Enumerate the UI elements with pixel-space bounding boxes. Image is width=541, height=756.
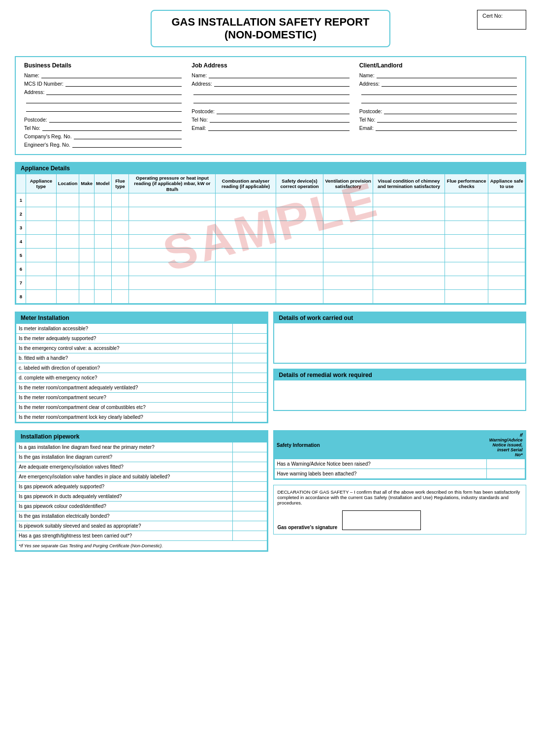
appliance-cell[interactable]	[373, 221, 445, 235]
appliance-cell[interactable]	[26, 290, 57, 304]
appliance-cell[interactable]	[488, 207, 525, 221]
appliance-cell[interactable]	[95, 262, 111, 276]
appliance-cell[interactable]	[56, 290, 79, 304]
table-row[interactable]: 4	[16, 235, 525, 249]
safety-answer[interactable]	[487, 469, 525, 479]
appliance-cell[interactable]	[79, 249, 95, 262]
appliance-cell[interactable]	[26, 221, 57, 235]
appliance-cell[interactable]	[445, 276, 488, 290]
appliance-cell[interactable]	[216, 290, 276, 304]
appliance-cell[interactable]	[373, 235, 445, 249]
table-row[interactable]: 5	[16, 249, 525, 262]
appliance-cell[interactable]	[216, 193, 276, 207]
appliance-cell[interactable]	[323, 193, 373, 207]
appliance-cell[interactable]	[56, 207, 79, 221]
appliance-cell[interactable]	[323, 262, 373, 276]
job-postcode-input[interactable]	[217, 107, 350, 114]
table-row[interactable]: 3	[16, 221, 525, 235]
appliance-cell[interactable]	[373, 193, 445, 207]
appliance-cell[interactable]	[79, 262, 95, 276]
job-email-input[interactable]	[208, 124, 350, 131]
appliance-cell[interactable]	[26, 262, 57, 276]
appliance-cell[interactable]	[276, 262, 323, 276]
appliance-cell[interactable]	[445, 207, 488, 221]
business-address-input[interactable]	[46, 88, 182, 95]
appliance-cell[interactable]	[373, 207, 445, 221]
job-address3-input[interactable]	[193, 96, 349, 103]
appliance-cell[interactable]	[276, 235, 323, 249]
appliance-cell[interactable]	[111, 235, 129, 249]
appliance-cell[interactable]	[445, 235, 488, 249]
appliance-cell[interactable]	[95, 276, 111, 290]
appliance-cell[interactable]	[488, 221, 525, 235]
appliance-cell[interactable]	[216, 262, 276, 276]
table-row[interactable]: 6	[16, 262, 525, 276]
appliance-cell[interactable]	[26, 276, 57, 290]
appliance-cell[interactable]	[488, 290, 525, 304]
appliance-cell[interactable]	[129, 249, 216, 262]
engineer-reg-input[interactable]	[72, 141, 182, 148]
table-row[interactable]: 7	[16, 276, 525, 290]
appliance-cell[interactable]	[56, 276, 79, 290]
appliance-cell[interactable]	[79, 235, 95, 249]
job-address2-input[interactable]	[193, 88, 349, 95]
appliance-cell[interactable]	[276, 290, 323, 304]
appliance-cell[interactable]	[129, 290, 216, 304]
appliance-cell[interactable]	[488, 262, 525, 276]
table-row[interactable]: 1	[16, 193, 525, 207]
appliance-cell[interactable]	[111, 193, 129, 207]
appliance-cell[interactable]	[129, 262, 216, 276]
meter-answer[interactable]	[232, 393, 267, 403]
appliance-cell[interactable]	[26, 249, 57, 262]
pipework-answer[interactable]	[232, 492, 267, 502]
appliance-cell[interactable]	[79, 290, 95, 304]
remedial-content[interactable]	[274, 380, 526, 410]
client-address3-input[interactable]	[361, 96, 517, 103]
appliance-cell[interactable]	[276, 276, 323, 290]
appliance-cell[interactable]	[56, 221, 79, 235]
company-reg-input[interactable]	[74, 132, 182, 139]
appliance-cell[interactable]	[111, 221, 129, 235]
appliance-cell[interactable]	[79, 193, 95, 207]
appliance-cell[interactable]	[111, 207, 129, 221]
appliance-cell[interactable]	[129, 235, 216, 249]
client-email-input[interactable]	[376, 124, 517, 131]
meter-answer[interactable]	[232, 403, 267, 412]
client-tel-input[interactable]	[377, 116, 517, 123]
meter-answer[interactable]	[232, 324, 267, 334]
meter-answer[interactable]	[232, 334, 267, 344]
appliance-cell[interactable]	[276, 249, 323, 262]
appliance-cell[interactable]	[323, 276, 373, 290]
appliance-cell[interactable]	[276, 193, 323, 207]
appliance-cell[interactable]	[373, 262, 445, 276]
meter-answer[interactable]	[232, 344, 267, 353]
appliance-cell[interactable]	[95, 207, 111, 221]
business-postcode-input[interactable]	[49, 116, 182, 123]
mcs-id-input[interactable]	[65, 80, 182, 87]
business-address3-input[interactable]	[26, 105, 182, 112]
appliance-cell[interactable]	[445, 193, 488, 207]
appliance-cell[interactable]	[129, 276, 216, 290]
appliance-cell[interactable]	[129, 193, 216, 207]
appliance-cell[interactable]	[216, 207, 276, 221]
pipework-answer[interactable]	[232, 482, 267, 492]
pipework-answer[interactable]	[232, 502, 267, 511]
client-name-input[interactable]	[377, 71, 517, 78]
appliance-cell[interactable]	[323, 235, 373, 249]
appliance-cell[interactable]	[56, 193, 79, 207]
appliance-cell[interactable]	[111, 249, 129, 262]
job-address-input[interactable]	[214, 80, 350, 87]
appliance-cell[interactable]	[129, 207, 216, 221]
appliance-cell[interactable]	[56, 235, 79, 249]
table-row[interactable]: 8	[16, 290, 525, 304]
job-name-input[interactable]	[209, 71, 349, 78]
appliance-cell[interactable]	[445, 262, 488, 276]
business-address2-input[interactable]	[26, 96, 182, 103]
appliance-cell[interactable]	[323, 207, 373, 221]
appliance-cell[interactable]	[373, 276, 445, 290]
appliance-cell[interactable]	[488, 276, 525, 290]
appliance-cell[interactable]	[79, 207, 95, 221]
appliance-cell[interactable]	[323, 249, 373, 262]
appliance-cell[interactable]	[95, 235, 111, 249]
appliance-cell[interactable]	[26, 193, 57, 207]
